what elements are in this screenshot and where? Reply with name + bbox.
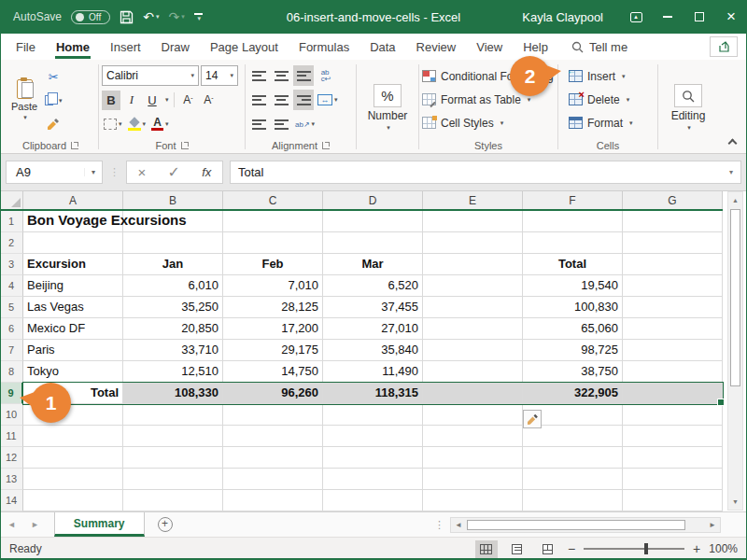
- ribbon-display-options-button[interactable]: ▴: [620, 0, 652, 34]
- share-button[interactable]: [710, 36, 738, 57]
- tell-me-search[interactable]: Tell me: [571, 40, 627, 54]
- column-header[interactable]: B: [123, 191, 223, 209]
- sheet-cell[interactable]: [223, 404, 323, 426]
- row-header[interactable]: 5: [0, 297, 23, 318]
- chevron-down-icon[interactable]: ▾: [84, 168, 102, 176]
- sheet-cell[interactable]: [123, 404, 223, 426]
- align-left-button[interactable]: [248, 90, 269, 110]
- decrease-indent-button[interactable]: [248, 114, 269, 134]
- normal-view-button[interactable]: [475, 540, 498, 558]
- sheet-cell[interactable]: Total: [523, 254, 623, 275]
- sheet-cell[interactable]: 29,175: [223, 340, 323, 361]
- sheet-cell[interactable]: 35,840: [323, 340, 423, 361]
- sheet-cell[interactable]: [623, 447, 723, 469]
- font-size-select[interactable]: 14▾: [201, 65, 238, 86]
- vertical-scroll-thumb[interactable]: [730, 209, 740, 386]
- format-cells-button[interactable]: Format▾: [569, 111, 655, 134]
- save-icon[interactable]: [120, 10, 134, 24]
- sheet-nav-left-icon[interactable]: ◄: [0, 520, 23, 529]
- row-header[interactable]: 8: [0, 361, 23, 383]
- sheet-cell[interactable]: [523, 211, 623, 232]
- sheet-cell[interactable]: 108,330: [123, 383, 223, 404]
- sheet-cell[interactable]: Paris: [23, 340, 123, 361]
- cut-button[interactable]: ✂: [43, 67, 64, 88]
- sheet-cell[interactable]: Excursion: [23, 254, 123, 275]
- sheet-cell[interactable]: 20,850: [123, 318, 223, 340]
- sheet-cell[interactable]: [123, 447, 223, 469]
- row-header[interactable]: 10: [0, 404, 23, 426]
- sheet-cell[interactable]: [623, 275, 723, 297]
- number-format-button[interactable]: % Number ▾: [361, 84, 414, 132]
- sheet-cell[interactable]: [323, 232, 423, 254]
- sheet-cell[interactable]: 14,750: [223, 361, 323, 383]
- fill-color-button[interactable]: ▾: [126, 114, 148, 134]
- sheet-cell[interactable]: [423, 426, 523, 447]
- sheet-cell[interactable]: [123, 232, 223, 254]
- ribbon-tab[interactable]: Help: [513, 35, 558, 59]
- sheet-cell[interactable]: [423, 318, 523, 340]
- sheet-cell[interactable]: [123, 490, 223, 511]
- sheet-cell[interactable]: [423, 340, 523, 361]
- sheet-cell[interactable]: [223, 232, 323, 254]
- redo-button[interactable]: ↷▾: [168, 9, 184, 24]
- horizontal-scrollbar[interactable]: ◄ ►: [450, 517, 721, 533]
- formula-input[interactable]: Total ▾: [230, 161, 741, 184]
- maximize-button[interactable]: [684, 0, 715, 34]
- sheet-cell[interactable]: [623, 318, 723, 340]
- column-header[interactable]: G: [623, 191, 723, 209]
- borders-button[interactable]: ▾: [102, 114, 124, 134]
- sheet-cell[interactable]: [123, 469, 223, 490]
- increase-font-button[interactable]: Aˆ: [179, 91, 198, 110]
- align-center-button[interactable]: [271, 90, 291, 110]
- undo-button[interactable]: ↶▾: [143, 9, 159, 24]
- scroll-up-icon[interactable]: ▲: [728, 192, 742, 208]
- sheet-cell[interactable]: [223, 211, 323, 232]
- sheet-cell[interactable]: [23, 426, 123, 447]
- orientation-button[interactable]: ab↗▾: [293, 114, 317, 134]
- sheet-cell[interactable]: [323, 490, 423, 511]
- sheet-cell[interactable]: 12,510: [123, 361, 223, 383]
- sheet-cell[interactable]: 37,455: [323, 297, 423, 318]
- editing-button[interactable]: Editing ▾: [662, 84, 714, 132]
- sheet-cell[interactable]: 28,125: [223, 297, 323, 318]
- sheet-cell[interactable]: [23, 469, 123, 490]
- sheet-cell[interactable]: Mar: [323, 254, 423, 275]
- sheet-cell[interactable]: [423, 232, 523, 254]
- sheet-cell[interactable]: [423, 211, 523, 232]
- bottom-align-button[interactable]: [293, 65, 314, 86]
- sheet-cell[interactable]: [623, 254, 723, 275]
- sheet-cell[interactable]: [23, 490, 123, 511]
- sheet-cell[interactable]: 19,540: [523, 275, 623, 297]
- close-button[interactable]: ×: [715, 0, 747, 34]
- sheet-cell[interactable]: Tokyo: [23, 361, 123, 383]
- row-header[interactable]: 3: [0, 254, 23, 275]
- sheet-cell[interactable]: [423, 490, 523, 511]
- sheet-cell[interactable]: 118,315: [323, 383, 423, 404]
- zoom-in-button[interactable]: +: [693, 541, 700, 556]
- column-header[interactable]: E: [423, 191, 523, 209]
- expand-formula-bar-icon[interactable]: ▾: [729, 168, 733, 176]
- sheet-cell[interactable]: [523, 447, 623, 469]
- sheet-cell[interactable]: [623, 426, 723, 447]
- scroll-left-icon[interactable]: ◄: [451, 521, 466, 529]
- zoom-slider-thumb[interactable]: [644, 543, 648, 554]
- minimize-button[interactable]: [652, 0, 684, 34]
- sheet-cell[interactable]: Feb: [223, 254, 323, 275]
- sheet-cell[interactable]: 27,010: [323, 318, 423, 340]
- clipboard-dialog-launcher-icon[interactable]: [71, 142, 78, 149]
- column-header[interactable]: C: [223, 191, 323, 209]
- row-header[interactable]: 7: [0, 340, 23, 361]
- sheet-cell[interactable]: [523, 426, 623, 447]
- row-header[interactable]: 4: [0, 275, 23, 297]
- sheet-cell[interactable]: 65,060: [523, 318, 623, 340]
- sheet-cell[interactable]: Jan: [123, 254, 223, 275]
- sheet-cell[interactable]: Mexico DF: [23, 318, 123, 340]
- sheet-cell[interactable]: [23, 232, 123, 254]
- customize-qat-button[interactable]: ▾: [194, 13, 203, 21]
- row-header[interactable]: 2: [0, 232, 23, 254]
- scroll-right-icon[interactable]: ►: [705, 521, 720, 529]
- sheet-cell[interactable]: [423, 361, 523, 383]
- zoom-level[interactable]: 100%: [709, 542, 738, 555]
- sheet-cell[interactable]: [523, 232, 623, 254]
- sheet-cell[interactable]: [423, 469, 523, 490]
